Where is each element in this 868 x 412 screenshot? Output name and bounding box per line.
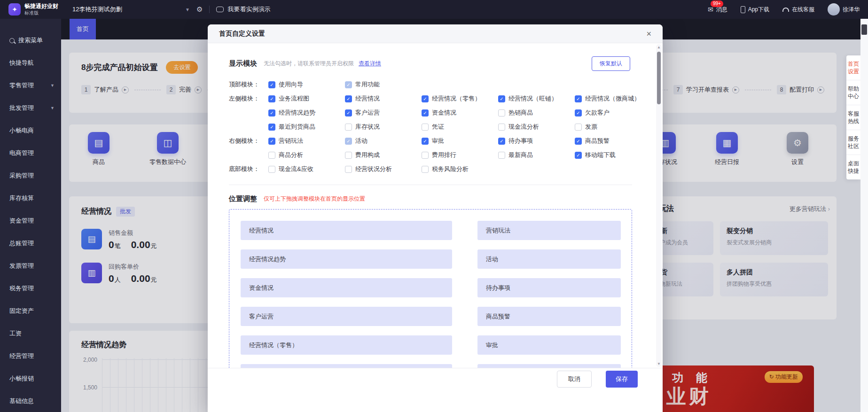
- module-checkbox-1-11[interactable]: 库存状况: [345, 120, 422, 134]
- sidebar-item-0[interactable]: 搜索菜单: [0, 29, 61, 52]
- module-checkbox-1-7[interactable]: ✓资金情况: [422, 106, 498, 120]
- module-checkbox-1-8[interactable]: 热销商品: [498, 106, 575, 120]
- drag-item-left-5[interactable]: 经营情况（旺铺）: [241, 364, 452, 368]
- app-window: ✦ 畅捷通好业财 标准版 12李艳芬测试勿删 ▼ ⚙ 我要看实例演示 99+ ✉…: [0, 0, 868, 412]
- module-group-grid: ✓业务流程图✓经营情况✓经营情况（零售）✓经营情况（旺铺）✓经营情况（微商城）✓…: [268, 92, 651, 134]
- app-download-button[interactable]: App下载: [741, 6, 769, 14]
- drag-item-left-2[interactable]: 资金情况: [241, 278, 452, 297]
- module-checkbox-3-1[interactable]: 经营状况分析: [345, 162, 422, 176]
- online-service-button[interactable]: 在线客服: [782, 6, 814, 14]
- drag-item-left-4[interactable]: 经营情况（零售）: [241, 335, 452, 355]
- sidebar-item-label: 零售管理: [9, 81, 34, 90]
- module-checkbox-1-14[interactable]: 发票: [575, 120, 651, 134]
- sidebar-item-16[interactable]: 基础信息: [0, 390, 61, 412]
- module-checkbox-1-10[interactable]: ✓最近到货商品: [268, 120, 345, 134]
- account-name: 12李艳芬测试勿删: [72, 5, 122, 14]
- messages-button[interactable]: 99+ ✉ 消息: [708, 6, 727, 14]
- drag-item-right-2[interactable]: 待办事项: [477, 278, 621, 297]
- rail-item-2[interactable]: 客服热线: [846, 105, 860, 130]
- sidebar-item-2[interactable]: 零售管理▼: [0, 74, 61, 97]
- scroll-up-icon[interactable]: ▲: [656, 45, 662, 49]
- module-checkbox-1-2[interactable]: ✓经营情况（零售）: [422, 92, 498, 106]
- module-checkbox-3-0[interactable]: 现金流&应收: [268, 162, 345, 176]
- restore-default-button[interactable]: 恢复默认: [592, 56, 630, 71]
- drag-item-right-0[interactable]: 营销玩法: [477, 221, 621, 240]
- module-checkbox-1-0[interactable]: ✓业务流程图: [268, 92, 345, 106]
- page-scrollbar-thumb[interactable]: [861, 24, 867, 35]
- brand-name: 畅捷通好业财: [24, 3, 58, 9]
- module-checkbox-2-2[interactable]: ✓审批: [422, 134, 498, 148]
- module-checkbox-2-1[interactable]: ✓活动: [345, 134, 422, 148]
- demo-link[interactable]: 我要看实例演示: [216, 5, 270, 14]
- rail-item-3[interactable]: 服务社区: [846, 130, 860, 155]
- rail-item-4[interactable]: 桌面快捷: [846, 155, 860, 179]
- brand-edition: 标准版: [24, 10, 58, 16]
- sidebar-item-10[interactable]: 发票管理: [0, 255, 61, 277]
- module-checkbox-2-6[interactable]: 费用构成: [345, 148, 422, 162]
- module-checkbox-2-9[interactable]: ✓移动端下载: [575, 148, 651, 162]
- view-details-link[interactable]: 查看详情: [359, 60, 381, 68]
- user-menu[interactable]: 徐泽华: [828, 3, 860, 16]
- drag-item-right-3[interactable]: 商品预警: [477, 307, 621, 326]
- sidebar-item-9[interactable]: 总账管理: [0, 232, 61, 255]
- sidebar-item-4[interactable]: 小畅电商: [0, 119, 61, 142]
- module-checkbox-1-13[interactable]: 现金流分析: [498, 120, 575, 134]
- cancel-button[interactable]: 取消: [557, 371, 592, 388]
- module-checkbox-1-5[interactable]: ✓经营情况趋势: [268, 106, 345, 120]
- module-checkbox-3-2[interactable]: 税务风险分析: [422, 162, 498, 176]
- module-checkbox-2-5[interactable]: 商品分析: [268, 148, 345, 162]
- module-checkbox-1-9[interactable]: ✓欠款客户: [575, 106, 651, 120]
- close-icon[interactable]: ×: [646, 30, 651, 38]
- module-checkbox-2-7[interactable]: 费用排行: [422, 148, 498, 162]
- module-group-0: 顶部模块：✓使用向导✓常用功能: [229, 78, 641, 92]
- sidebar-item-6[interactable]: 采购管理: [0, 164, 61, 187]
- drag-container: 经营情况经营情况趋势资金情况客户运营经营情况（零售）经营情况（旺铺） 营销玩法活…: [229, 209, 632, 368]
- save-button[interactable]: 保存: [606, 371, 638, 388]
- module-checkbox-1-3[interactable]: ✓经营情况（旺铺）: [498, 92, 575, 106]
- account-selector[interactable]: 12李艳芬测试勿删 ▼: [72, 5, 190, 14]
- checkbox-label: 移动端下载: [585, 151, 616, 159]
- drag-item-right-4[interactable]: 审批: [477, 335, 621, 355]
- sidebar-item-15[interactable]: 小畅报销: [0, 367, 61, 390]
- modal-scrollbar-thumb[interactable]: [657, 52, 661, 104]
- drag-item-left-3[interactable]: 客户运营: [241, 307, 452, 326]
- sidebar-item-7[interactable]: 库存核算: [0, 187, 61, 210]
- modal-footer: 取消 保存: [208, 368, 663, 412]
- modal-scrollbar[interactable]: ▲ ▼: [656, 44, 662, 367]
- drag-item-right-5[interactable]: 移动端下载: [477, 364, 621, 368]
- checkbox-label: 商品预警: [585, 137, 610, 145]
- sidebar-item-1[interactable]: 快捷导航: [0, 52, 61, 74]
- sidebar-item-11[interactable]: 税务管理: [0, 277, 61, 300]
- page-scrollbar[interactable]: [860, 19, 868, 412]
- sidebar-item-14[interactable]: 经营管理: [0, 345, 61, 367]
- username: 徐泽华: [843, 6, 860, 14]
- rail-item-1[interactable]: 帮助中心: [846, 80, 860, 105]
- module-checkbox-1-4[interactable]: ✓经营情况（微商城）: [575, 92, 651, 106]
- sidebar-item-label: 小畅报销: [9, 374, 34, 383]
- rail-item-0[interactable]: 首页设置: [846, 55, 860, 80]
- sidebar-item-3[interactable]: 批发管理▼: [0, 97, 61, 119]
- module-checkbox-1-12[interactable]: 凭证: [422, 120, 498, 134]
- drag-item-left-1[interactable]: 经营情况趋势: [241, 249, 452, 269]
- module-checkbox-0-0[interactable]: ✓使用向导: [268, 78, 345, 92]
- sidebar-item-12[interactable]: 固定资产: [0, 300, 61, 322]
- sidebar-item-label: 基础信息: [9, 397, 34, 405]
- drag-item-left-0[interactable]: 经营情况: [241, 221, 452, 240]
- sidebar-item-13[interactable]: 工资: [0, 322, 61, 345]
- module-checkbox-0-1[interactable]: ✓常用功能: [345, 78, 422, 92]
- scroll-down-icon[interactable]: ▼: [656, 362, 662, 366]
- module-checkbox-2-8[interactable]: 最新商品: [498, 148, 575, 162]
- sidebar-item-5[interactable]: 电商管理: [0, 142, 61, 164]
- checkbox-icon: [268, 166, 275, 173]
- divider: [209, 6, 210, 13]
- module-checkbox-2-0[interactable]: ✓营销玩法: [268, 134, 345, 148]
- module-checkbox-1-1[interactable]: ✓经营情况: [345, 92, 422, 106]
- module-checkbox-2-3[interactable]: ✓待办事项: [498, 134, 575, 148]
- drag-item-right-1[interactable]: 活动: [477, 249, 621, 269]
- module-checkbox-2-4[interactable]: ✓商品预警: [575, 134, 651, 148]
- checkbox-label: 经营情况（旺铺）: [508, 94, 557, 103]
- sidebar-item-8[interactable]: 资金管理: [0, 210, 61, 232]
- gear-icon[interactable]: ⚙: [196, 5, 203, 14]
- checkbox-label: 费用构成: [355, 151, 380, 159]
- module-checkbox-1-6[interactable]: ✓客户运营: [345, 106, 422, 120]
